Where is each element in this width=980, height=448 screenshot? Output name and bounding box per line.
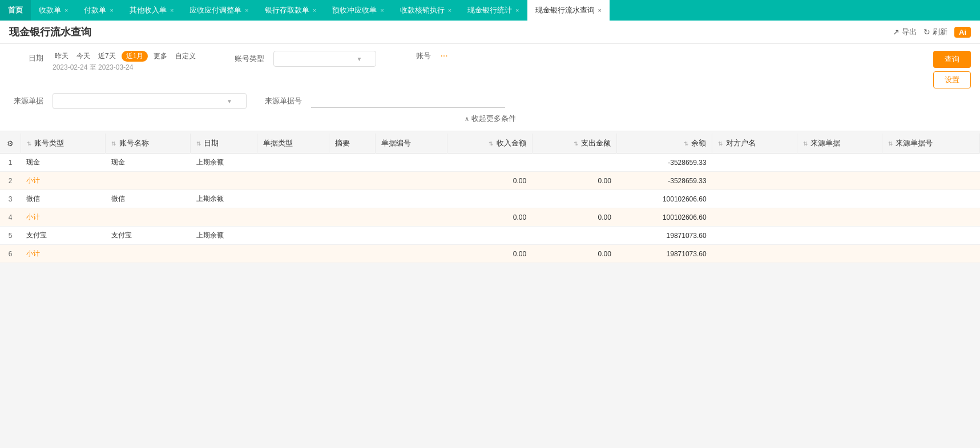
table-row[interactable]: 3微信微信上期余额100102606.60 bbox=[0, 190, 980, 208]
nav-receivable-adjust-close[interactable]: × bbox=[245, 7, 248, 14]
table-header-row: ⚙ ⇅ 账号类型 ⇅ 账号名称 ⇅ 日期 单据类型 摘要 bbox=[0, 134, 980, 154]
row-date bbox=[191, 208, 257, 227]
col-summary[interactable]: 摘要 bbox=[329, 134, 376, 154]
filter-area: 日期 昨天 今天 近7天 近1月 更多 自定义 2023-02-24 至 202… bbox=[0, 44, 980, 131]
row-expense bbox=[532, 190, 617, 208]
col-doc-number[interactable]: 单据编号 bbox=[376, 134, 447, 154]
date-filter-group: 昨天 今天 近7天 近1月 更多 自定义 2023-02-24 至 2023-0… bbox=[53, 51, 198, 72]
row-expense: 0.00 bbox=[532, 245, 617, 263]
source-doc-num-label: 来源单据号 bbox=[265, 96, 302, 106]
row-counterparty bbox=[712, 154, 797, 172]
row-source-doc-num bbox=[882, 245, 979, 263]
account-type-select[interactable]: ▼ bbox=[273, 51, 376, 67]
col-expense[interactable]: ⇅ 支出金额 bbox=[532, 134, 617, 154]
shortcut-custom[interactable]: 自定义 bbox=[173, 51, 198, 62]
nav-cash-bank-flow-close[interactable]: × bbox=[598, 7, 602, 14]
row-counterparty bbox=[712, 245, 797, 263]
sort-income-icon: ⇅ bbox=[489, 140, 493, 147]
nav-item-collection-exec[interactable]: 收款核销执行 × bbox=[392, 0, 459, 21]
nav-payment-close[interactable]: × bbox=[110, 7, 113, 14]
table-row[interactable]: 4小计0.000.00100102606.60 bbox=[0, 208, 980, 227]
row-account-type: 小计 bbox=[21, 208, 106, 227]
nav-item-payment[interactable]: 付款单 × bbox=[76, 0, 121, 21]
nav-item-receipt[interactable]: 收款单 × bbox=[31, 0, 76, 21]
row-doc-number bbox=[376, 172, 447, 190]
col-counterparty[interactable]: ⇅ 对方户名 bbox=[712, 134, 797, 154]
nav-bank-deposit-close[interactable]: × bbox=[313, 7, 316, 14]
row-summary bbox=[329, 208, 376, 227]
account-type-chevron: ▼ bbox=[356, 56, 362, 62]
nav-cash-bank-stat-close[interactable]: × bbox=[515, 7, 519, 14]
gear-icon[interactable]: ⚙ bbox=[7, 139, 14, 148]
page-header: 现金银行流水查询 ↗ 导出 ↻ 刷新 Ai bbox=[0, 21, 980, 44]
table-row[interactable]: 2小计0.000.00-3528659.33 bbox=[0, 172, 980, 190]
export-button[interactable]: ↗ 导出 bbox=[893, 27, 917, 37]
collapse-bar[interactable]: ∧ 收起更多条件 bbox=[9, 111, 971, 126]
row-doc-type bbox=[257, 245, 329, 263]
col-account-name[interactable]: ⇅ 账号名称 bbox=[106, 134, 191, 154]
table-row[interactable]: 1现金现金上期余额-3528659.33 bbox=[0, 154, 980, 172]
nav-other-income-close[interactable]: × bbox=[170, 7, 174, 14]
export-label: 导出 bbox=[902, 27, 917, 37]
shortcut-yesterday[interactable]: 昨天 bbox=[53, 51, 71, 62]
col-date[interactable]: ⇅ 日期 bbox=[191, 134, 257, 154]
row-balance: -3528659.33 bbox=[617, 154, 712, 172]
sort-balance-icon: ⇅ bbox=[684, 140, 688, 147]
row-income bbox=[447, 227, 532, 245]
row-num: 4 bbox=[0, 208, 21, 227]
sort-account-name-icon: ⇅ bbox=[111, 140, 116, 147]
nav-item-home[interactable]: 首页 bbox=[0, 0, 31, 21]
row-source-doc bbox=[797, 190, 882, 208]
row-date: 上期余额 bbox=[191, 154, 257, 172]
row-account-name: 支付宝 bbox=[106, 227, 191, 245]
refresh-button[interactable]: ↻ 刷新 bbox=[923, 27, 947, 37]
nav-advance-offset-close[interactable]: × bbox=[380, 7, 384, 14]
col-account-type[interactable]: ⇅ 账号类型 bbox=[21, 134, 106, 154]
nav-collection-exec-label: 收款核销执行 bbox=[400, 5, 445, 15]
col-doc-type[interactable]: 单据类型 bbox=[257, 134, 329, 154]
shortcut-today[interactable]: 今天 bbox=[74, 51, 92, 62]
col-source-doc[interactable]: ⇅ 来源单据 bbox=[797, 134, 882, 154]
col-balance[interactable]: ⇅ 余额 bbox=[617, 134, 712, 154]
shortcut-more[interactable]: 更多 bbox=[151, 51, 170, 62]
col-source-doc-num[interactable]: ⇅ 来源单据号 bbox=[882, 134, 979, 154]
row-doc-number bbox=[376, 227, 447, 245]
nav-item-receivable-adjust[interactable]: 应收应付调整单 × bbox=[182, 0, 256, 21]
row-balance: 100102606.60 bbox=[617, 190, 712, 208]
shortcut-7days[interactable]: 近7天 bbox=[96, 51, 118, 62]
nav-item-cash-bank-stat[interactable]: 现金银行统计 × bbox=[459, 0, 527, 21]
row-balance: 19871073.60 bbox=[617, 227, 712, 245]
date-shortcuts: 昨天 今天 近7天 近1月 更多 自定义 bbox=[53, 51, 198, 62]
nav-home-label: 首页 bbox=[8, 5, 23, 15]
row-doc-number bbox=[376, 208, 447, 227]
nav-item-advance-offset[interactable]: 预收冲应收单 × bbox=[324, 0, 392, 21]
nav-item-cash-bank-flow[interactable]: 现金银行流水查询 × bbox=[527, 0, 610, 21]
row-source-doc bbox=[797, 172, 882, 190]
row-source-doc-num bbox=[882, 190, 979, 208]
row-doc-type bbox=[257, 227, 329, 245]
sort-source-doc-icon: ⇅ bbox=[803, 140, 808, 147]
query-button[interactable]: 查询 bbox=[933, 51, 971, 68]
table-row[interactable]: 6小计0.000.0019871073.60 bbox=[0, 245, 980, 263]
nav-collection-exec-close[interactable]: × bbox=[448, 7, 451, 14]
row-summary bbox=[329, 172, 376, 190]
table-row[interactable]: 5支付宝支付宝上期余额19871073.60 bbox=[0, 227, 980, 245]
col-settings[interactable]: ⚙ bbox=[0, 134, 21, 154]
nav-receipt-close[interactable]: × bbox=[64, 7, 68, 14]
source-doc-select[interactable]: ▼ bbox=[53, 93, 247, 109]
row-summary bbox=[329, 227, 376, 245]
row-account-name: 现金 bbox=[106, 154, 191, 172]
source-doc-num-input[interactable] bbox=[311, 94, 505, 108]
table-container: ⚙ ⇅ 账号类型 ⇅ 账号名称 ⇅ 日期 单据类型 摘要 bbox=[0, 134, 980, 263]
nav-item-bank-deposit[interactable]: 银行存取款单 × bbox=[257, 0, 324, 21]
col-income[interactable]: ⇅ 收入金额 bbox=[447, 134, 532, 154]
shortcut-1month[interactable]: 近1月 bbox=[122, 51, 148, 62]
row-expense: 0.00 bbox=[532, 208, 617, 227]
settings-button[interactable]: 设置 bbox=[933, 71, 971, 88]
nav-bank-deposit-label: 银行存取款单 bbox=[265, 5, 309, 15]
ai-badge[interactable]: Ai bbox=[954, 27, 971, 38]
source-doc-label: 来源单据 bbox=[9, 96, 43, 106]
nav-item-other-income[interactable]: 其他收入单 × bbox=[122, 0, 182, 21]
account-more-dots[interactable]: ··· bbox=[440, 51, 447, 61]
row-income: 0.00 bbox=[447, 172, 532, 190]
